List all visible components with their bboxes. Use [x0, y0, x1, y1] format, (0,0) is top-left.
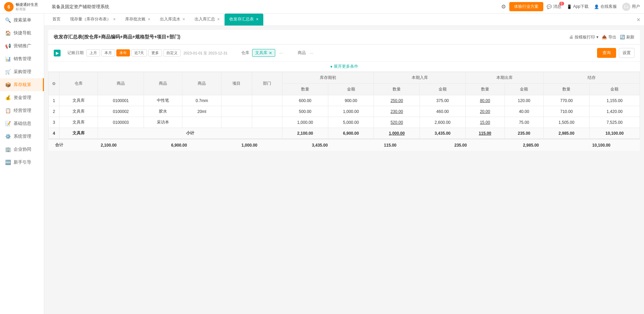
collapse-button[interactable]: ▶: [54, 50, 61, 56]
tab-inventory-dist-close[interactable]: ✕: [113, 17, 116, 21]
row-in-amt: 2,600.00: [420, 117, 466, 128]
tab-inout-flow[interactable]: 出入库流水 ✕: [155, 14, 190, 26]
tab-inventory-dist-label: 现存量（库存分布表）: [70, 16, 111, 22]
date-filter-section: 记账日期 上月 本月 本年 近7天 更多 自定义 2023-01-01 至 20…: [67, 49, 228, 56]
tab-home-label: 首页: [52, 16, 61, 22]
goods-more-btn[interactable]: ···: [309, 51, 315, 55]
row-in-qty[interactable]: 250.00: [374, 95, 420, 106]
export-icon: 📤: [602, 35, 607, 39]
row-project: [221, 117, 252, 128]
date-btn-more[interactable]: 更多: [148, 49, 162, 56]
warehouse-tag-remove[interactable]: ✕: [269, 51, 272, 55]
footer-bal-amt: 10,100.00: [566, 143, 637, 148]
subtotal-in-amt: 3,435.00: [420, 128, 466, 139]
row-open-amt: 900.00: [328, 95, 374, 106]
row-out-qty[interactable]: 80.00: [465, 95, 505, 106]
date-btn-this-year[interactable]: 本年: [116, 49, 130, 56]
sidebar-item-marketing[interactable]: 📢 营销推广: [0, 39, 44, 52]
sidebar-item-basic[interactable]: 📝 基础信息: [0, 117, 44, 130]
sidebar-item-guide[interactable]: 🆕 新手引导: [0, 156, 44, 169]
sidebar-item-enterprise[interactable]: 🏢 企业协同: [0, 143, 44, 156]
row-in-qty[interactable]: 230.00: [374, 106, 420, 117]
search-button[interactable]: 查询: [597, 48, 616, 58]
row-in-qty[interactable]: 520.00: [374, 117, 420, 128]
table-settings-icon[interactable]: ⚙: [52, 81, 56, 86]
footer-open-qty: 2,100.00: [73, 143, 144, 148]
subtotal-out-qty[interactable]: 115.00: [465, 128, 505, 139]
subtotal-warehouse: 文具库: [60, 128, 98, 139]
close-all-tabs[interactable]: ✕: [637, 17, 641, 22]
expand-conditions-btn[interactable]: ▾ 展开更多条件: [330, 64, 358, 69]
tab-inout-flow-close[interactable]: ✕: [182, 17, 185, 21]
gear-button[interactable]: ⚙: [501, 3, 506, 10]
operations-icon: 📋: [5, 108, 11, 113]
tab-inout-summary-label: 出入库汇总: [195, 16, 215, 22]
date-buttons: 上月 本月 本年 近7天 更多 自定义: [86, 49, 181, 56]
warehouse-more-btn[interactable]: ···: [278, 51, 284, 55]
row-bal-qty: 770.00: [544, 95, 590, 106]
message-item[interactable]: 💬 消息 6: [547, 4, 561, 10]
date-btn-7days[interactable]: 近7天: [131, 49, 147, 56]
date-btn-this-month[interactable]: 本月: [101, 49, 115, 56]
col-dept-header: 部门: [252, 72, 282, 95]
row-bal-amt: 7,525.00: [589, 117, 640, 128]
sidebar-item-operations[interactable]: 📋 经营管理: [0, 104, 44, 117]
sidebar-label-sales: 销售管理: [14, 56, 31, 62]
row-goods-code: 0100001: [98, 95, 144, 106]
row-out-qty[interactable]: 20.00: [465, 106, 505, 117]
date-btn-last-month[interactable]: 上月: [86, 49, 100, 56]
row-open-qty: 600.00: [282, 95, 328, 106]
guide-icon: 🆕: [5, 160, 11, 165]
tab-batch-close[interactable]: ✕: [148, 17, 150, 21]
tab-recv-send-close[interactable]: ✕: [256, 17, 259, 21]
experience-button[interactable]: 体验行业方案: [509, 2, 543, 11]
settings-button[interactable]: 设置: [619, 48, 634, 58]
row-bal-qty: 1,505.00: [544, 117, 590, 128]
tab-recv-send[interactable]: 收发存汇总表 ✕: [225, 14, 263, 26]
service-item[interactable]: 👤 在线客服: [594, 4, 617, 10]
sidebar-item-sales[interactable]: 📊 销售管理: [0, 52, 44, 65]
sidebar-item-search[interactable]: 🔍 搜索菜单: [0, 14, 44, 27]
avatar: Ea: [622, 3, 630, 11]
filter-wrapper: ▶ 记账日期 上月 本月 本年 近7天 更多 自定义: [48, 45, 640, 72]
sidebar-label-basic: 基础信息: [14, 120, 31, 127]
row-warehouse: 文具库: [60, 117, 98, 128]
subtotal-label: 小计: [98, 128, 282, 139]
tab-inout-summary[interactable]: 出入库汇总 ✕: [190, 14, 225, 26]
sales-icon: 📊: [5, 56, 11, 62]
export-button[interactable]: 📤 导出: [602, 34, 616, 40]
row-goods-code: 0100002: [98, 106, 144, 117]
col-out-qty-header: 数量: [465, 84, 505, 95]
print-button[interactable]: 🖨 按模板打印 ▾: [569, 34, 598, 40]
sidebar-item-purchase[interactable]: 🛒 采购管理: [0, 65, 44, 78]
table-row: 2 文具库 0100002 胶水 20ml 500.00 1,000.00 23…: [49, 106, 640, 117]
tab-batch[interactable]: 库存批次账 ✕: [120, 14, 155, 26]
col-in-qty-header: 数量: [374, 84, 420, 95]
warehouse-tag[interactable]: 文具库 ✕: [252, 49, 275, 57]
user-item[interactable]: Ea 用户: [622, 3, 640, 11]
app-download-item[interactable]: 📱 App下载: [567, 4, 589, 10]
subtotal-bal-amt: 10,100.00: [589, 128, 640, 139]
sidebar-item-capital[interactable]: 💰 资金管理: [0, 91, 44, 104]
data-table: ⚙ 仓库 商品 商品 商品 项目 部门 库存期初 本期入库 本期出库: [48, 72, 640, 139]
sidebar-item-system[interactable]: ⚙️ 系统管理: [0, 130, 44, 143]
row-seq: 2: [49, 106, 60, 117]
sidebar-item-quick[interactable]: 🏠 快捷导航: [0, 27, 44, 39]
tab-home[interactable]: 首页: [48, 14, 65, 26]
message-badge: 6: [559, 2, 564, 5]
top-bar: 6 畅捷通好生意 标准版 装备及固定资产辅助管理系统 ⚙ 体验行业方案 💬 消息…: [0, 0, 644, 14]
col-balance-header: 结存: [544, 72, 640, 84]
row-goods-spec: 0.7mm: [182, 95, 221, 106]
row-out-qty[interactable]: 15.00: [465, 117, 505, 128]
sidebar-item-inventory[interactable]: 📦 库存核算: [0, 78, 44, 91]
tab-inventory-dist[interactable]: 现存量（库存分布表） ✕: [65, 14, 120, 26]
filter-bottom-row: ▾ 展开更多条件: [48, 62, 640, 72]
row-open-qty: 500.00: [282, 106, 328, 117]
date-btn-custom[interactable]: 自定义: [163, 49, 181, 56]
subtotal-in-qty[interactable]: 1,000.00: [374, 128, 420, 139]
col-project-header: 项目: [221, 72, 252, 95]
tab-inout-summary-close[interactable]: ✕: [217, 17, 220, 21]
refresh-button[interactable]: 🔄 刷新: [620, 34, 634, 40]
sidebar: 🔍 搜索菜单 🏠 快捷导航 📢 营销推广 📊 销售管理 🛒 采购管理 📦: [0, 14, 44, 314]
row-out-amt: 75.00: [505, 117, 544, 128]
